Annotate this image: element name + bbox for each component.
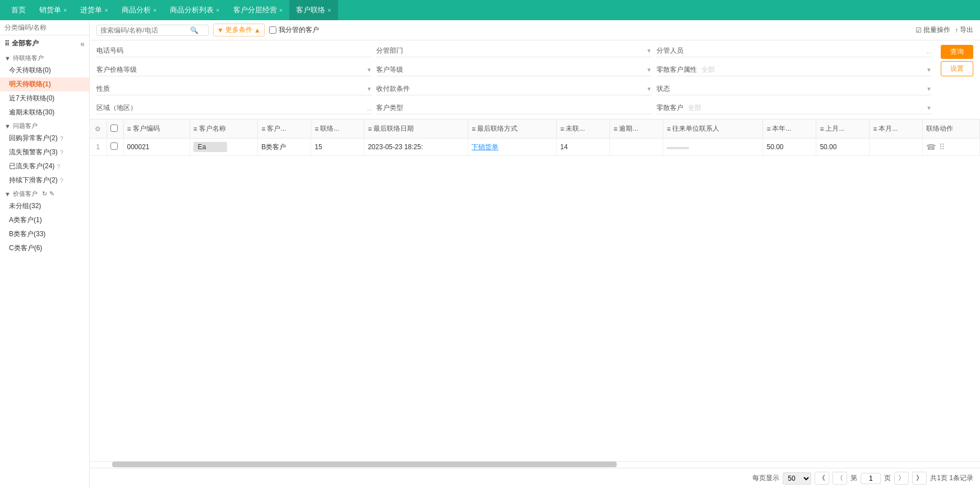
nature-dropdown-icon[interactable]: ▼ bbox=[366, 86, 372, 92]
sidebar-search-input[interactable] bbox=[4, 24, 89, 31]
sidebar-group-problem: ▼ 问题客户 bbox=[0, 119, 89, 131]
page-input[interactable] bbox=[861, 473, 881, 484]
nav-purchase-order[interactable]: 进货单 × bbox=[73, 0, 114, 20]
collapse-icon[interactable]: « bbox=[80, 39, 85, 48]
sidebar-item-overdue[interactable]: 逾期未联络(30) bbox=[0, 105, 89, 119]
select-all-checkbox[interactable] bbox=[110, 125, 118, 132]
sidebar-item-declining[interactable]: 持续下滑客户(2) ? bbox=[0, 173, 89, 187]
filter-row-3: 性质 ▼ 收付款条件 ▼ 状态 ▼ bbox=[96, 83, 932, 95]
nav-close-product-list[interactable]: × bbox=[216, 7, 219, 13]
sidebar-item-today[interactable]: 今天待联络(0) bbox=[0, 63, 89, 77]
nav-home[interactable]: 首页 bbox=[4, 0, 33, 20]
content-area: 🔍 ▼ 更多条件 ▲ 我分管的客户 ☑ 批量操作 ↑ 导出 bbox=[90, 20, 980, 488]
my-customers-checkbox[interactable] bbox=[269, 26, 276, 34]
col-customer-code: ≡ 客户编码 bbox=[123, 119, 189, 139]
cell-actions: ☎ ⠿ bbox=[923, 139, 980, 156]
sidebar-group-value: ▼ 价值客户 ↻ ✎ bbox=[0, 187, 89, 199]
filter-region: 区域（地区） ... bbox=[96, 102, 372, 114]
filter-row-2: 客户价格等级 ▼ 客户等级 ▼ 零散客户属性 全部 ▼ bbox=[96, 64, 932, 76]
query-button[interactable]: 查询 bbox=[941, 45, 973, 59]
grid-action-icon[interactable]: ⠿ bbox=[939, 142, 945, 151]
nav-customer-contact[interactable]: 客户联络 × bbox=[289, 0, 338, 20]
retail-customer-dropdown-icon[interactable]: ▼ bbox=[926, 105, 932, 111]
last-page-button[interactable]: 》 bbox=[912, 472, 927, 485]
region-more-btn[interactable]: ... bbox=[367, 105, 372, 112]
main-layout: 🔍 ⠿ 全部客户 « ▼ 待联络客户 今天待联络(0) 明天待联络(1) 近7天… bbox=[0, 20, 980, 488]
sidebar-item-tomorrow[interactable]: 明天待联络(1) bbox=[0, 77, 89, 91]
next-page-button[interactable]: 〉 bbox=[894, 472, 909, 485]
cell-name: Ea bbox=[189, 139, 258, 156]
nav-close-contact[interactable]: × bbox=[327, 7, 331, 13]
export-button[interactable]: ↑ 导出 bbox=[955, 25, 973, 35]
cell-this-year: 50.00 bbox=[763, 139, 816, 156]
nav-close-segmentation[interactable]: × bbox=[279, 7, 283, 13]
cell-overdue bbox=[610, 139, 663, 156]
more-filter-button[interactable]: ▼ 更多条件 ▲ bbox=[213, 24, 265, 36]
page-label: 第 bbox=[850, 473, 857, 483]
help-icon-3: ? bbox=[57, 163, 60, 170]
filter-phone: 电话号码 bbox=[96, 45, 372, 57]
payment-dropdown-icon[interactable]: ▼ bbox=[646, 86, 652, 92]
cell-this-month bbox=[870, 139, 923, 156]
export-icon: ↑ bbox=[955, 26, 958, 34]
nav-close-sales[interactable]: × bbox=[63, 7, 67, 13]
sidebar-item-churn-warning[interactable]: 流失预警客户(3) ? bbox=[0, 145, 89, 159]
sidebar-item-unclassified[interactable]: 未分组(32) bbox=[0, 199, 89, 213]
filter-panel: 电话号码 分管部门 ▼ 分管人员 ... bbox=[90, 40, 980, 119]
contact-method-link[interactable]: 下销货单 bbox=[471, 143, 498, 151]
dept-dropdown-icon[interactable]: ▼ bbox=[646, 48, 652, 54]
retail-attr-dropdown-icon[interactable]: ▼ bbox=[926, 67, 932, 73]
page-suffix: 页 bbox=[884, 473, 891, 483]
col-last-contact-method: ≡ 最后联络方式 bbox=[468, 119, 557, 139]
col-customer-name: ≡ 客户名称 bbox=[189, 119, 258, 139]
refresh-icon[interactable]: ↻ bbox=[42, 190, 47, 197]
sidebar-item-7days[interactable]: 近7天待联络(0) bbox=[0, 91, 89, 105]
prev-page-button[interactable]: 〈 bbox=[833, 472, 847, 485]
status-dropdown-icon[interactable]: ▼ bbox=[926, 86, 932, 92]
per-page-select[interactable]: 50 100 200 bbox=[783, 472, 811, 485]
cell-uncontacted: 14 bbox=[557, 139, 610, 156]
table-wrap: ⚙ ≡ 客户编码 ≡ bbox=[90, 119, 980, 461]
cell-last-contact-method: 下销货单 bbox=[468, 139, 557, 156]
filter-payment: 收付款条件 ▼ bbox=[376, 83, 651, 95]
sidebar-item-b-class[interactable]: B类客户(33) bbox=[0, 227, 89, 241]
nav-close-purchase[interactable]: × bbox=[104, 7, 108, 13]
manager-more-btn[interactable]: ... bbox=[927, 48, 932, 54]
top-navigation: 首页 销货单 × 进货单 × 商品分析 × 商品分析列表 × 客户分层经营 × … bbox=[0, 0, 980, 20]
sidebar-item-c-class[interactable]: C类客户(6) bbox=[0, 241, 89, 255]
price-level-dropdown-icon[interactable]: ▼ bbox=[366, 67, 372, 73]
batch-action-button[interactable]: ☑ 批量操作 bbox=[916, 25, 950, 35]
cell-contact-count: 15 bbox=[311, 139, 364, 156]
first-page-button[interactable]: 《 bbox=[815, 472, 829, 485]
cell-last-month: 50.00 bbox=[816, 139, 870, 156]
nav-sales-order[interactable]: 销货单 × bbox=[33, 0, 73, 20]
filter-manager: 分管人员 ... bbox=[657, 45, 932, 57]
sidebar-item-a-class[interactable]: A类客户(1) bbox=[0, 213, 89, 227]
help-icon-1: ? bbox=[60, 135, 63, 142]
horizontal-scrollbar[interactable] bbox=[90, 461, 980, 468]
triangle-icon: ▼ bbox=[4, 55, 11, 62]
sidebar-item-abnormal[interactable]: 回购异常客户(2) ? bbox=[0, 131, 89, 145]
search-icon[interactable]: 🔍 bbox=[190, 26, 198, 34]
search-input[interactable] bbox=[100, 26, 190, 34]
phone-action-icon[interactable]: ☎ bbox=[926, 142, 936, 151]
customer-level-dropdown-icon[interactable]: ▼ bbox=[646, 67, 652, 73]
settings-icon[interactable]: ⚙ bbox=[95, 125, 101, 133]
nav-product-analysis-list[interactable]: 商品分析列表 × bbox=[163, 0, 226, 20]
sidebar-item-churned[interactable]: 已流失客户(24) ? bbox=[0, 159, 89, 173]
sidebar-all-customers[interactable]: ⠿ 全部客户 « bbox=[0, 35, 89, 52]
nav-product-analysis[interactable]: 商品分析 × bbox=[115, 0, 163, 20]
help-icon-2: ? bbox=[60, 149, 63, 156]
total-records: 共1页 1条记录 bbox=[930, 473, 973, 483]
chevron-up-icon: ▲ bbox=[254, 26, 261, 34]
grid-icon: ⠿ bbox=[4, 40, 10, 48]
my-customers-checkbox-label[interactable]: 我分管的客户 bbox=[269, 25, 319, 35]
help-icon-4: ? bbox=[60, 177, 63, 184]
row-checkbox[interactable] bbox=[110, 142, 118, 150]
reset-button[interactable]: 设置 bbox=[941, 61, 973, 76]
edit-icon[interactable]: ✎ bbox=[49, 190, 54, 197]
filter-status: 状态 ▼ bbox=[657, 83, 932, 95]
table-header-row: ⚙ ≡ 客户编码 ≡ bbox=[90, 119, 980, 139]
nav-customer-segmentation[interactable]: 客户分层经营 × bbox=[226, 0, 289, 20]
nav-close-product-analysis[interactable]: × bbox=[153, 7, 156, 13]
